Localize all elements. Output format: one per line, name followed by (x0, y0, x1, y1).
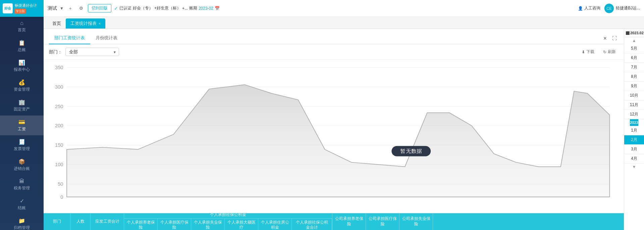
dept-select-wrapper: 全部 ▼ (65, 48, 119, 56)
download-button[interactable]: ⬇ 下载 (579, 48, 597, 56)
sidebar: 好会 畅捷通好会计 专业版 ⌂ 首页 📋 总账 📊 报表中心 💰 资金管理 🏢 … (0, 0, 44, 230)
refresh-button[interactable]: ↻ 刷新 (600, 48, 619, 56)
content-main: 部门工资统计表 月份统计表 ✕ ⛶ 部门： 全部 ▼ (44, 29, 624, 230)
topbar-title: 测试 (48, 5, 57, 11)
main-area: 测试 ▼ ＋ ⚙ 切到旧版 ✓ 已认证 好会（专） +好生意（标） +... 账… (44, 0, 644, 230)
date-month-5[interactable]: 5月 (624, 44, 644, 53)
salary-icon: 💳 (18, 119, 25, 125)
topbar-dropdown[interactable]: ▼ (60, 6, 64, 11)
sidebar-nav: ⌂ 首页 📋 总账 📊 报表中心 💰 资金管理 🏢 固定资产 💳 工资 🧾 发票… (0, 17, 44, 230)
svg-text:0: 0 (60, 194, 63, 200)
status-area: ✓ 已认证 好会（专） +好生意（标） +... 账期 2023-02 📅 (114, 5, 220, 11)
date-month-11[interactable]: 11月 (624, 100, 644, 110)
th-company-unemployment: 公司承担失业保险 (399, 213, 433, 230)
date-month-2-active[interactable]: 2月 (624, 135, 644, 145)
sidebar-item-archive[interactable]: 📁 归档管理 (0, 214, 44, 230)
table-headers: 部门 人数 应发工资合计 个人承担社保公积金 个人承担养老保险 (44, 213, 624, 230)
chart-area: 0 50 100 150 200 250 300 350 (44, 60, 624, 213)
ledger-icon: 📋 (18, 40, 25, 46)
date-month-8[interactable]: 8月 (624, 72, 644, 82)
consult-icon: 👤 (578, 6, 583, 11)
th-personal-group-label: 个人承担社保公积金 (124, 213, 332, 219)
home-icon: ⌂ (20, 20, 23, 26)
sidebar-item-salary[interactable]: 💳 工资 (0, 116, 44, 135)
sidebar-label-ledger: 总账 (18, 47, 26, 53)
date-panel-header[interactable]: ⬛ 2023.02 (624, 29, 644, 37)
sidebar-label-reports: 报表中心 (14, 67, 30, 73)
svg-text:200: 200 (55, 123, 63, 129)
username-label: 轻捷通BJ运... (616, 5, 640, 11)
funds-icon: 💰 (18, 79, 25, 86)
date-month-6[interactable]: 6月 (624, 53, 644, 63)
sidebar-item-settle[interactable]: ✓ 结账 (0, 194, 44, 214)
subtab-monthly[interactable]: 月份统计表 (90, 32, 123, 44)
date-month-4[interactable]: 4月 (624, 154, 644, 164)
consult-button[interactable]: 👤 人工咨询 (578, 5, 600, 11)
th-total-salary: 应发工资合计 (91, 213, 124, 230)
subtab-dept[interactable]: 部门工资统计表 (49, 32, 90, 44)
dept-label: 部门： (49, 49, 62, 55)
expand-panel-button[interactable]: ⛶ (610, 34, 619, 42)
sidebar-item-purchase[interactable]: 📦 进销台账 (0, 155, 44, 175)
content-area: 部门工资统计表 月份统计表 ✕ ⛶ 部门： 全部 ▼ (44, 29, 644, 230)
th-personal-group: 个人承担社保公积金 个人承担养老保险 个人承担医疗保险 个人承担失业保险 个人承… (124, 213, 332, 230)
refresh-icon: ↻ (603, 50, 606, 54)
sidebar-item-tax[interactable]: 🏛 税务管理 (0, 175, 44, 194)
panel-controls: ✕ ⛶ (601, 34, 619, 42)
sidebar-label-funds: 资金管理 (14, 87, 30, 92)
tab-salary-report[interactable]: 工资统计报表 × (66, 18, 105, 29)
date-panel: ⬛ 2023.02 ▲ 5月 6月 7月 8月 9月 10月 11月 12月 2… (624, 29, 644, 230)
period-value: 2023-02 (199, 6, 213, 11)
chart-container: 0 50 100 150 200 250 300 350 (49, 63, 619, 210)
sidebar-item-ledger[interactable]: 📋 总账 (0, 36, 44, 56)
sidebar-item-assets[interactable]: 🏢 固定资产 (0, 96, 44, 116)
date-month-3[interactable]: 3月 (624, 145, 644, 154)
th-count: 人数 (70, 213, 91, 230)
close-panel-button[interactable]: ✕ (601, 34, 609, 42)
logo-text: 畅捷通好会计 (15, 3, 37, 8)
sidebar-label-assets: 固定资产 (14, 106, 30, 112)
tab-close-icon[interactable]: × (99, 21, 101, 26)
svg-text:100: 100 (55, 162, 63, 167)
more-label: +... (182, 6, 188, 11)
sidebar-label-invoice: 发票管理 (14, 146, 30, 152)
date-month-10[interactable]: 10月 (624, 91, 644, 100)
th-personal-medical: 个人承担医疗保险 (158, 219, 191, 230)
svg-text:50: 50 (58, 181, 63, 187)
settings-icon[interactable]: ⚙ (77, 4, 85, 12)
calendar-icon[interactable]: 📅 (215, 6, 220, 11)
assets-icon: 🏢 (18, 99, 25, 105)
date-month-9[interactable]: 9月 (624, 82, 644, 91)
sidebar-item-reports[interactable]: 📊 报表中心 (0, 56, 44, 76)
app-logo: 好会 畅捷通好会计 专业版 (0, 0, 44, 17)
add-button[interactable]: ＋ (66, 4, 74, 12)
switch-button[interactable]: 切到旧版 (88, 4, 111, 12)
date-month-1[interactable]: 1月 (624, 126, 644, 135)
th-dept: 部门 (44, 213, 70, 230)
chart-svg: 0 50 100 150 200 250 300 350 (49, 63, 619, 210)
date-down-button[interactable]: ▼ (624, 164, 644, 170)
download-icon: ⬇ (582, 50, 585, 54)
date-month-7[interactable]: 7月 (624, 63, 644, 72)
chart-toolbar: 部门： 全部 ▼ ⬇ 下载 ↻ 刷新 (44, 44, 624, 60)
user-area[interactable]: CE 轻捷通BJ运... (604, 4, 640, 13)
date-up-button[interactable]: ▲ (624, 37, 644, 44)
dept-select[interactable]: 全部 (65, 48, 119, 56)
th-personal-total: 个人承担社保公积金合计 (292, 219, 332, 230)
th-company-medical: 公司承担医疗保险 (366, 213, 399, 230)
svg-text:暂无数据: 暂无数据 (400, 148, 422, 154)
th-company-pension: 公司承担养老保险 (332, 213, 366, 230)
sidebar-label-home: 首页 (18, 27, 26, 33)
sidebar-label-salary: 工资 (18, 126, 26, 132)
tab-home[interactable]: 首页 (48, 18, 66, 29)
topbar: 测试 ▼ ＋ ⚙ 切到旧版 ✓ 已认证 好会（专） +好生意（标） +... 账… (44, 0, 644, 17)
th-personal-unemployment: 个人承担失业保险 (191, 219, 225, 230)
avatar: CE (604, 4, 614, 13)
sidebar-item-invoice[interactable]: 🧾 发票管理 (0, 135, 44, 155)
good-business-label: +好生意（标） (154, 5, 181, 11)
sidebar-item-home[interactable]: ⌂ 首页 (0, 17, 44, 36)
tabbar: 首页 工资统计报表 × (44, 17, 644, 29)
sidebar-item-funds[interactable]: 💰 资金管理 (0, 76, 44, 96)
certified-icon: ✓ (114, 6, 118, 11)
date-month-12[interactable]: 12月 (624, 110, 644, 119)
